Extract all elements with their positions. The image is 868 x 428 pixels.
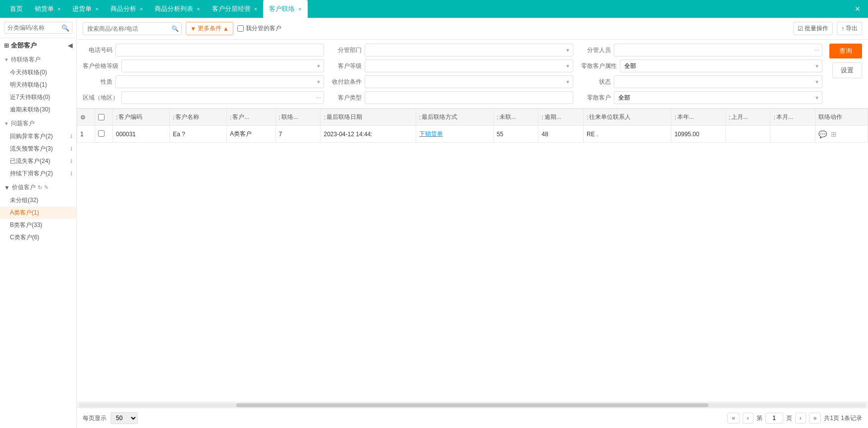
sidebar-group-problem: ▼ 问题客户 回购异常客户(2) ℹ 流失预警客户(3) ℹ 已流失客户(24)… [0, 117, 76, 180]
value-customers-header[interactable]: ▼ 价值客户 ↻ ✎ [0, 181, 76, 194]
close-all-tabs[interactable]: × [851, 4, 864, 14]
td-overdue: 48 [539, 126, 584, 143]
td-last-contact-method[interactable]: 下销货单 [416, 126, 494, 143]
scrollbar-thumb[interactable] [236, 403, 708, 407]
filter-bar: 🔍 ▼ 更多条件 ▲ 我分管的客户 ☑ 批量操作 ↑ 导出 [77, 18, 868, 40]
filter-department-input[interactable] [365, 44, 573, 56]
sidebar-search-area: 🔍 [0, 18, 76, 38]
filter-status: 状态 ▼ [581, 75, 822, 88]
sidebar-all-customers[interactable]: ⊞ 全部客户 ◀ [0, 38, 76, 53]
sidebar-item-b-class[interactable]: B类客户(33) [0, 219, 76, 231]
query-button[interactable]: 查询 [829, 44, 862, 58]
sidebar-item-today[interactable]: 今天待联络(0) [0, 66, 76, 79]
filter-region-label: 区域（地区） [83, 94, 118, 102]
close-sales-order[interactable]: × [57, 0, 60, 18]
sidebar-item-overdue[interactable]: 逾期未联络(30) [0, 104, 76, 116]
close-customer-contact[interactable]: × [298, 0, 301, 18]
filter-search-input[interactable] [83, 22, 182, 35]
filter-customer-type-input[interactable] [365, 91, 573, 104]
filter-price-level: 客户价格等级 ▼ [83, 59, 324, 72]
filter-search-button[interactable]: 🔍 [171, 25, 179, 32]
first-page-button[interactable]: « [727, 413, 740, 424]
help-icon-2: ℹ [70, 146, 72, 152]
sidebar-group-header-problem[interactable]: ▼ 问题客户 [0, 117, 76, 130]
filter-payment-input[interactable] [365, 75, 573, 88]
prev-page-button[interactable]: ‹ [743, 413, 754, 424]
edit-icon[interactable]: ✎ [44, 184, 49, 191]
nav-product-analysis[interactable]: 商品分析 × [105, 0, 149, 18]
th-last-month: : 上月... [725, 109, 770, 126]
nav-product-analysis-list[interactable]: 商品分析列表 × [149, 0, 206, 18]
filter-phone-input[interactable] [115, 44, 324, 56]
link-icon[interactable]: ⊞ [831, 130, 837, 138]
nav-home[interactable]: 首页 [4, 0, 29, 18]
close-product-analysis-list[interactable]: × [197, 0, 200, 18]
row-checkbox[interactable] [98, 130, 105, 137]
contact-method-link[interactable]: 下销货单 [419, 130, 443, 137]
filter-price-level-input[interactable] [121, 59, 324, 72]
arrow-down-icon-3: ▼ [4, 184, 10, 191]
filter-retail-attr-input[interactable] [620, 59, 822, 72]
close-customer-segment[interactable]: × [254, 0, 257, 18]
filter-department: 分管部门 ▼ [332, 44, 573, 56]
th-settings[interactable]: ⚙ [77, 109, 95, 126]
sidebar-item-declining[interactable]: 持续下滑客户(2) ℹ [0, 167, 76, 180]
filter-row-2: 客户价格等级 ▼ 客户等级 ▼ [83, 59, 822, 72]
td-contact-person: RE . [584, 126, 671, 143]
bottom-left: 每页显示 20 50 100 200 [83, 412, 138, 424]
filter-row-3: 性质 ▼ 收付款条件 ▼ [83, 75, 822, 88]
next-page-button[interactable]: › [795, 413, 806, 424]
filter-status-input[interactable] [614, 75, 822, 88]
filter-row-1: 电话号码 分管部门 ▼ [83, 44, 822, 56]
my-customers-check[interactable] [237, 25, 244, 32]
nav-customer-segment[interactable]: 客户分层经营 × [206, 0, 263, 18]
bottom-right: « ‹ 第 页 › » 共1页 1条记录 [727, 413, 862, 424]
sidebar-item-a-class[interactable]: A类客户(1) [0, 207, 76, 219]
sidebar-item-churned[interactable]: 已流失客户(24) ℹ [0, 155, 76, 167]
filter-customer-level-input[interactable] [365, 59, 573, 72]
last-page-button[interactable]: » [809, 413, 821, 424]
sidebar-item-7days[interactable]: 近7天待联络(0) [0, 91, 76, 104]
nav-customer-contact[interactable]: 客户联络 × [263, 0, 307, 18]
horizontal-scrollbar[interactable] [77, 402, 868, 408]
message-icon[interactable]: 💬 [818, 130, 827, 138]
page-number-input[interactable] [765, 413, 783, 424]
td-checkbox[interactable] [95, 126, 113, 143]
more-filters-button[interactable]: ▼ 更多条件 ▲ [186, 22, 233, 35]
settings-button[interactable]: 设置 [832, 62, 862, 78]
page-size-select[interactable]: 20 50 100 200 [110, 412, 138, 424]
table-area: ⚙ : 客户编码 : [77, 108, 868, 402]
sidebar-item-tomorrow[interactable]: 明天待联络(1) [0, 79, 76, 91]
close-product-analysis[interactable]: × [140, 0, 143, 18]
scrollbar-track[interactable] [79, 403, 866, 407]
filter-region-input[interactable] [121, 91, 324, 104]
sidebar-item-repurchase-abnormal[interactable]: 回购异常客户(2) ℹ [0, 130, 76, 143]
export-icon: ↑ [841, 25, 844, 32]
close-purchase-order[interactable]: × [95, 0, 98, 18]
filter-customer-type-label: 客户类型 [332, 94, 362, 102]
th-checkbox[interactable] [95, 109, 113, 126]
filter-phone-label: 电话号码 [83, 46, 112, 54]
sidebar-item-c-class[interactable]: C类客户(6) [0, 231, 76, 244]
filter-manager-input[interactable] [614, 44, 822, 56]
batch-operation-button[interactable]: ☑ 批量操作 [793, 22, 833, 35]
filter-department-label: 分管部门 [332, 46, 362, 54]
td-current-month [770, 126, 815, 143]
content-area: 🔍 ▼ 更多条件 ▲ 我分管的客户 ☑ 批量操作 ↑ 导出 [77, 18, 868, 428]
sidebar-item-unclassified[interactable]: 未分组(32) [0, 194, 76, 207]
nav-sales-order[interactable]: 销货单 × [29, 0, 66, 18]
refresh-icon[interactable]: ↻ [38, 184, 42, 191]
nav-purchase-order[interactable]: 进货单 × [66, 0, 104, 18]
select-all-checkbox[interactable] [98, 114, 105, 120]
th-actions: 联络动作 [815, 109, 868, 126]
filter-payment-label: 收付款条件 [332, 78, 362, 86]
filter-customer-level: 客户等级 ▼ [332, 59, 573, 72]
filter-retail-customer-input[interactable] [614, 91, 822, 104]
filter-nature-input[interactable] [115, 75, 324, 88]
sidebar-group-header-pending[interactable]: ▼ 待联络客户 [0, 53, 76, 66]
sidebar-item-churn-warning[interactable]: 流失预警客户(3) ℹ [0, 143, 76, 155]
sidebar-collapse-icon[interactable]: ◀ [68, 42, 72, 49]
my-customers-checkbox[interactable]: 我分管的客户 [237, 24, 281, 33]
export-button[interactable]: ↑ 导出 [837, 22, 862, 35]
td-last-contact-date: 2023-04-12 14:44: [321, 126, 416, 143]
